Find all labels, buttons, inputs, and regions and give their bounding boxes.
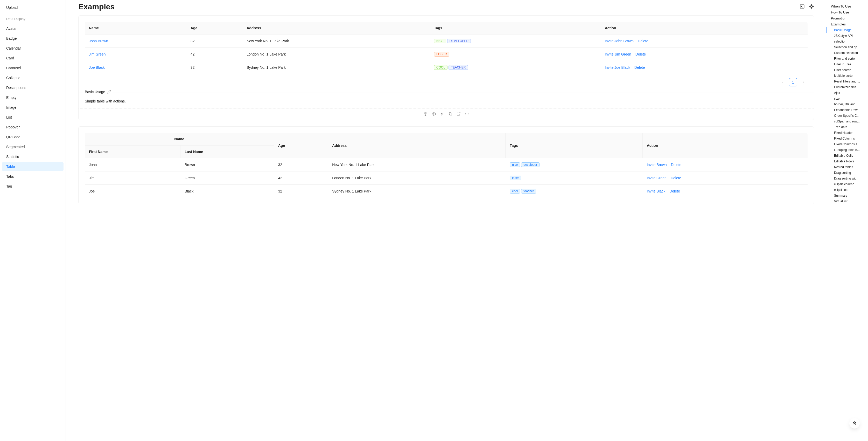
delete-link[interactable]: Delete xyxy=(671,163,681,167)
sidebar-item-carousel[interactable]: Carousel xyxy=(2,63,64,72)
invite-link[interactable]: Invite Green xyxy=(647,176,666,180)
sidebar-item-collapse[interactable]: Collapse xyxy=(2,73,64,83)
toc-subitem[interactable]: Virtual list xyxy=(827,199,866,204)
column-header-name-group: Name xyxy=(85,133,274,146)
toc-subitem[interactable]: Fixed Columns xyxy=(827,136,866,141)
toc-subitem[interactable]: Filter in Tree xyxy=(827,61,866,67)
toc-subitem[interactable]: colSpan and row... xyxy=(827,119,866,124)
sidebar-item-descriptions[interactable]: Descriptions xyxy=(2,83,64,92)
cell-tags: LOSER xyxy=(430,48,601,61)
sidebar-item-popover[interactable]: Popover xyxy=(2,122,64,132)
toc-subitem[interactable]: Summary xyxy=(827,193,866,199)
cell-firstname: Joe xyxy=(85,185,181,198)
sidebar-item-card[interactable]: Card xyxy=(2,53,64,63)
demo-jsx-style: Name Age Address Tags Action First Name … xyxy=(78,126,814,204)
toc-subitem[interactable]: Drag sorting xyxy=(827,170,866,176)
pagination-prev[interactable] xyxy=(779,78,787,86)
toc-subitem[interactable]: Multiple sorter xyxy=(827,73,866,79)
column-header: Age xyxy=(186,22,242,34)
cell-lastname: Brown xyxy=(181,158,274,172)
sidebar-item-image[interactable]: Image xyxy=(2,103,64,112)
cell-age: 42 xyxy=(186,48,242,61)
toc-subitem[interactable]: border, title and ... xyxy=(827,101,866,107)
toc-subitem[interactable]: Filter search xyxy=(827,67,866,73)
codepen-icon[interactable] xyxy=(432,112,436,117)
delete-link[interactable]: Delete xyxy=(670,189,680,193)
toc-subitem[interactable]: Fixed Header xyxy=(827,130,866,136)
toc-subitem[interactable]: Customized filte... xyxy=(827,84,866,90)
delete-link[interactable]: Delete xyxy=(638,39,648,43)
toc-subitem[interactable]: ellipsis column xyxy=(827,181,866,187)
toc-subitem[interactable]: Order Specific C... xyxy=(827,113,866,119)
external-link-icon[interactable] xyxy=(457,112,461,117)
sidebar-item-tabs[interactable]: Tabs xyxy=(2,172,64,181)
toc-subitem[interactable]: Fixed Columns a... xyxy=(827,141,866,147)
toc-subitem[interactable]: Editable Rows xyxy=(827,158,866,164)
toc-item[interactable]: Examples xyxy=(827,21,866,27)
table-row: Joe Black 32 Sydney No. 1 Lake Park cool… xyxy=(85,185,808,198)
toc-subitem[interactable]: Ajax xyxy=(827,90,866,96)
delete-link[interactable]: Delete xyxy=(671,176,681,180)
toc-subitem[interactable]: Custom selection xyxy=(827,50,866,56)
invite-link[interactable]: Invite John Brown xyxy=(605,39,633,43)
toc-subitem[interactable]: selection xyxy=(827,39,866,45)
sidebar-item-calendar[interactable]: Calendar xyxy=(2,43,64,53)
toc-subitem[interactable]: Nested tables xyxy=(827,164,866,170)
codesandbox-icon[interactable] xyxy=(423,112,428,117)
edit-icon[interactable] xyxy=(107,90,111,94)
cell-tags: COOLTEACHER xyxy=(430,61,601,74)
toc-subitem[interactable]: Tree data xyxy=(827,124,866,130)
cell-lastname: Green xyxy=(181,172,274,185)
sidebar-item-tag[interactable]: Tag xyxy=(2,182,64,191)
pagination-page-1[interactable]: 1 xyxy=(789,78,797,86)
delete-link[interactable]: Delete xyxy=(636,52,646,56)
toc-subitem[interactable]: ellipsis co xyxy=(827,187,866,193)
toc-item[interactable]: Promotion xyxy=(827,15,866,21)
toc-subitem[interactable]: Grouping table h... xyxy=(827,147,866,153)
sidebar-group-title: Data Display xyxy=(2,14,64,23)
float-button[interactable] xyxy=(849,418,860,429)
copy-icon[interactable] xyxy=(448,112,453,117)
toc-subitem[interactable]: JSX style API xyxy=(827,33,866,39)
cell-tags: nicedeveloper xyxy=(505,158,643,172)
tag: DEVELOPER xyxy=(447,39,471,43)
toc-subitem[interactable]: Basic Usage xyxy=(827,27,866,33)
sidebar-item-table[interactable]: Table xyxy=(2,162,64,171)
column-header: Address xyxy=(242,22,430,34)
pagination-next[interactable] xyxy=(799,78,808,86)
code-icon[interactable] xyxy=(465,112,469,117)
sidebar-item-badge[interactable]: Badge xyxy=(2,34,64,43)
invite-link[interactable]: Invite Brown xyxy=(647,163,667,167)
sidebar-item-empty[interactable]: Empty xyxy=(2,93,64,102)
toc-subitem[interactable]: size xyxy=(827,96,866,101)
toc-subitem[interactable]: Expandable Row xyxy=(827,107,866,113)
invite-link[interactable]: Invite Joe Black xyxy=(605,65,630,69)
sidebar-item-avatar[interactable]: Avatar xyxy=(2,24,64,33)
stackblitz-icon[interactable] xyxy=(440,112,444,117)
toc-subitem[interactable]: Reset filters and ... xyxy=(827,79,866,84)
demo-description: Simple table with actions. xyxy=(79,93,814,105)
bug-icon[interactable] xyxy=(809,4,814,10)
sidebar-item-list[interactable]: List xyxy=(2,113,64,122)
name-link[interactable]: John Brown xyxy=(89,39,108,43)
name-link[interactable]: Jim Green xyxy=(89,52,106,56)
delete-link[interactable]: Delete xyxy=(634,65,645,69)
tag: loser xyxy=(510,176,521,180)
sidebar-item-statistic[interactable]: Statistic xyxy=(2,152,64,161)
terminal-icon[interactable] xyxy=(800,4,805,10)
table-row: John Brown 32 New York No. 1 Lake Park N… xyxy=(85,34,808,48)
toc-subitem[interactable]: Editable Cells xyxy=(827,153,866,158)
cell-address: Sydney No. 1 Lake Park xyxy=(328,185,505,198)
toc-item[interactable]: How To Use xyxy=(827,9,866,15)
toc-subitem[interactable]: Filter and sorter xyxy=(827,56,866,61)
sidebar-item-segmented[interactable]: Segmented xyxy=(2,142,64,151)
toc-item[interactable]: When To Use xyxy=(827,3,866,9)
sidebar-item-qrcode[interactable]: QRCode xyxy=(2,132,64,142)
invite-link[interactable]: Invite Jim Green xyxy=(605,52,631,56)
sidebar-item-upload[interactable]: Upload xyxy=(2,3,64,12)
column-header-age: Age xyxy=(274,133,328,158)
toc-subitem[interactable]: Selection and op... xyxy=(827,45,866,50)
toc-subitem[interactable]: Drag sorting wit... xyxy=(827,176,866,181)
invite-link[interactable]: Invite Black xyxy=(647,189,665,193)
name-link[interactable]: Joe Black xyxy=(89,65,105,69)
